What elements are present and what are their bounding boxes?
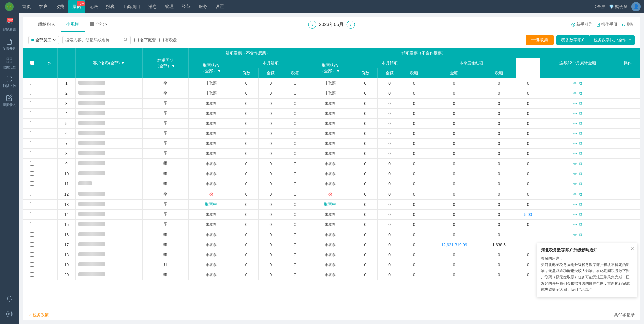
op-edit-btn[interactable]: ✏ bbox=[573, 81, 577, 86]
row-checkbox[interactable] bbox=[30, 91, 34, 95]
row-checkbox[interactable] bbox=[30, 121, 34, 125]
row-checkbox[interactable] bbox=[30, 181, 34, 186]
cell-select[interactable] bbox=[23, 260, 41, 270]
search-input[interactable] bbox=[62, 36, 123, 44]
cell-client-name[interactable] bbox=[75, 99, 142, 109]
op-edit-btn[interactable]: ✏ bbox=[573, 111, 577, 116]
th-out-fetch-status[interactable]: 取票状态（全部）▼ bbox=[307, 58, 353, 78]
op-edit-btn[interactable]: ✏ bbox=[573, 212, 577, 217]
sidebar-item-smart-ticket[interactable]: new 智能取票 bbox=[1, 16, 18, 35]
op-copy-btn[interactable]: ⧉ bbox=[579, 111, 582, 116]
employee-select[interactable]: 全部员工 bbox=[28, 36, 59, 44]
nav-operation[interactable]: 经营 bbox=[178, 0, 195, 13]
cell-select[interactable] bbox=[23, 109, 41, 119]
cell-select[interactable] bbox=[23, 240, 41, 250]
row-checkbox[interactable] bbox=[30, 232, 34, 237]
op-copy-btn[interactable]: ⧉ bbox=[579, 181, 582, 186]
refund-amount-link[interactable]: 12,621,319.99 bbox=[441, 243, 467, 247]
cell-select[interactable] bbox=[23, 139, 41, 149]
cell-client-name[interactable] bbox=[75, 230, 142, 240]
tax-policy-link[interactable]: ⊙ 税务政策 bbox=[28, 312, 49, 318]
tax-digital-btn[interactable]: 税务数字账户 bbox=[556, 35, 590, 45]
th-tax-period[interactable]: 纳税周期（全部）▼ bbox=[143, 48, 189, 78]
op-edit-btn[interactable]: ✏ bbox=[573, 91, 577, 96]
th-select[interactable] bbox=[23, 48, 41, 78]
row-checkbox[interactable] bbox=[30, 171, 34, 176]
sidebar-item-invoice-open[interactable]: 发票开具 bbox=[1, 36, 18, 54]
checkbox-taxdisk[interactable]: 有税盘 bbox=[159, 37, 177, 43]
member-btn[interactable]: 💎 购会员 bbox=[609, 4, 627, 10]
nav-settings[interactable]: 设置 bbox=[211, 0, 228, 13]
one-click-btn[interactable]: 一键取票 bbox=[526, 35, 554, 45]
cell-select[interactable] bbox=[23, 270, 41, 280]
cell-select[interactable] bbox=[23, 119, 41, 129]
row-checkbox[interactable] bbox=[30, 141, 34, 145]
cell-client-name[interactable] bbox=[75, 119, 142, 129]
cell-client-name[interactable] bbox=[75, 109, 142, 119]
cell-select[interactable] bbox=[23, 169, 41, 179]
cell-select[interactable] bbox=[23, 220, 41, 230]
cell-client-name[interactable] bbox=[75, 220, 142, 230]
prev-month-btn[interactable]: ‹ bbox=[308, 21, 316, 29]
cell-select[interactable] bbox=[23, 230, 41, 240]
nav-service[interactable]: 服务 bbox=[195, 0, 211, 13]
row-checkbox[interactable] bbox=[30, 131, 34, 135]
checkbox-account-input[interactable] bbox=[134, 38, 139, 42]
op-edit-btn[interactable]: ✏ bbox=[573, 202, 577, 207]
cell-select[interactable] bbox=[23, 210, 41, 220]
nav-fee[interactable]: 收费 bbox=[52, 0, 68, 13]
sidebar-item-gear[interactable] bbox=[1, 308, 18, 320]
nav-tax[interactable]: 报税 bbox=[102, 0, 119, 13]
op-copy-btn[interactable]: ⧉ bbox=[579, 131, 582, 136]
cell-client-name[interactable] bbox=[75, 200, 142, 210]
notice-close-btn[interactable]: ✕ bbox=[630, 245, 634, 252]
row-checkbox[interactable] bbox=[30, 202, 34, 206]
cell-select[interactable] bbox=[23, 149, 41, 159]
nav-ticket[interactable]: 票据 new bbox=[68, 0, 85, 13]
next-month-btn[interactable]: › bbox=[346, 21, 355, 29]
row-checkbox[interactable] bbox=[30, 252, 34, 257]
th-client-name[interactable]: 客户名称(全部) ▼ bbox=[75, 48, 142, 78]
cell-client-name[interactable] bbox=[75, 88, 142, 99]
cell-select[interactable] bbox=[23, 99, 41, 109]
th-settings[interactable]: ⚙ bbox=[41, 48, 58, 78]
op-copy-btn[interactable]: ⧉ bbox=[579, 222, 582, 227]
cumulative-link[interactable]: 5.00 bbox=[524, 212, 532, 217]
op-edit-btn[interactable]: ✏ bbox=[573, 131, 577, 136]
new-guide-btn[interactable]: 新手引导 bbox=[571, 22, 592, 27]
cell-client-name[interactable] bbox=[75, 189, 142, 200]
op-edit-btn[interactable]: ✏ bbox=[573, 181, 577, 186]
row-checkbox[interactable] bbox=[30, 151, 34, 155]
row-checkbox[interactable] bbox=[30, 111, 34, 115]
tab-small-scale[interactable]: 小规模 bbox=[61, 18, 85, 32]
cell-select[interactable] bbox=[23, 78, 41, 88]
op-edit-btn[interactable]: ✏ bbox=[573, 232, 577, 237]
cell-select[interactable] bbox=[23, 129, 41, 139]
op-copy-btn[interactable]: ⧉ bbox=[579, 192, 582, 197]
manual-btn[interactable]: 操作手册 bbox=[596, 22, 618, 27]
op-edit-btn[interactable]: ✏ bbox=[573, 171, 577, 176]
cell-select[interactable] bbox=[23, 200, 41, 210]
refresh-btn[interactable]: 刷新 bbox=[622, 22, 635, 27]
op-copy-btn[interactable]: ⧉ bbox=[579, 232, 582, 237]
cell-client-name[interactable] bbox=[75, 139, 142, 149]
op-copy-btn[interactable]: ⧉ bbox=[579, 91, 582, 96]
op-edit-btn[interactable]: ✏ bbox=[573, 151, 577, 156]
cell-client-name[interactable] bbox=[75, 78, 142, 88]
row-checkbox[interactable] bbox=[30, 81, 34, 85]
row-checkbox[interactable] bbox=[30, 272, 34, 277]
row-checkbox[interactable] bbox=[30, 212, 34, 216]
cell-client-name[interactable] bbox=[75, 129, 142, 139]
op-copy-btn[interactable]: ⧉ bbox=[579, 81, 582, 86]
nav-message[interactable]: 消息 bbox=[144, 0, 161, 13]
op-edit-btn[interactable]: ✏ bbox=[573, 192, 577, 197]
op-edit-btn[interactable]: ✏ bbox=[573, 141, 577, 146]
cell-select[interactable] bbox=[23, 250, 41, 260]
tab-all[interactable]: 全能 bbox=[85, 18, 113, 32]
row-checkbox[interactable] bbox=[30, 192, 34, 196]
op-edit-btn[interactable]: ✏ bbox=[573, 161, 577, 166]
sidebar-item-summary[interactable]: 票据汇总 bbox=[1, 54, 18, 72]
row-checkbox[interactable] bbox=[30, 262, 34, 267]
checkbox-account[interactable]: 名下账套 bbox=[134, 37, 156, 43]
sidebar-item-scan[interactable]: 扫描上传 bbox=[1, 73, 18, 91]
